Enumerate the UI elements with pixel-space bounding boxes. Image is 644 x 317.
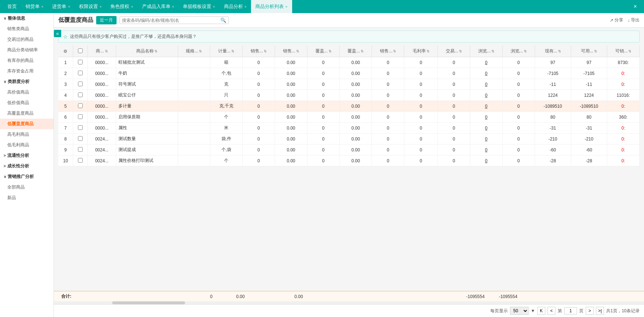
column-header-code[interactable]: 商...⇅	[88, 45, 116, 57]
row-current-stock: 1224	[535, 90, 571, 101]
nav-close-icon[interactable]: ×	[41, 4, 43, 9]
prev-page-button[interactable]: <	[547, 307, 555, 315]
scrollbar-thumb[interactable]	[112, 301, 185, 304]
nav-item-单据模板设置[interactable]: 单据模板设置×	[178, 0, 219, 13]
column-header-current_stock[interactable]: 现有...⇅	[535, 45, 571, 57]
page-size-select[interactable]: 50 20 100	[510, 307, 529, 315]
sidebar-group-整体信息[interactable]: ∨整体信息	[0, 13, 54, 24]
nav-item-首页[interactable]: 首页	[3, 0, 21, 13]
row-checkbox-input[interactable]	[78, 114, 83, 119]
sidebar-group-营销推广分析[interactable]: ∨营销推广分析	[0, 171, 54, 182]
column-header-sellable[interactable]: 可销...⇅	[607, 45, 640, 57]
sidebar-item-高覆盖度商品[interactable]: 高覆盖度商品	[0, 108, 54, 119]
sidebar-group-label: 类群度分析	[8, 79, 30, 85]
row-checkbox-input[interactable]	[78, 147, 83, 152]
sidebar-item-库存资金占用[interactable]: 库存资金占用	[0, 66, 54, 76]
row-coverage2: 0.00	[339, 112, 372, 123]
totals-row: 合计: 0 0.00 0.00 -1095554 -1095554	[54, 291, 644, 301]
sidebar-collapse-button[interactable]: «	[54, 30, 61, 37]
column-header-unit[interactable]: 计量...⇅	[210, 45, 243, 57]
col-label-gross_margin: 毛利率	[413, 48, 426, 54]
column-header-sales_qty[interactable]: 销售...⇅	[243, 45, 275, 57]
sidebar-item-低覆盖度商品[interactable]: 低覆盖度商品	[0, 119, 54, 129]
sidebar-item-高价值商品[interactable]: 高价值商品	[0, 87, 54, 98]
row-checkbox-input[interactable]	[78, 125, 83, 130]
nav-item-角色授权[interactable]: 角色授权×	[106, 0, 137, 13]
row-browse1: 0	[470, 134, 502, 144]
column-header-browse1[interactable]: 浏览...⇅	[470, 45, 502, 57]
time-filter-button[interactable]: 近一月	[96, 16, 117, 24]
row-coverage2: 0.00	[339, 155, 372, 166]
next-page-button[interactable]: >	[586, 307, 594, 315]
scrollbar-track	[54, 301, 644, 304]
sidebar-item-全部商品[interactable]: 全部商品	[0, 182, 54, 193]
column-header-settings: ⚙	[58, 45, 73, 57]
page-size-unit: ▼	[531, 308, 535, 313]
column-header-coverage1[interactable]: 覆盖...⇅	[307, 45, 339, 57]
sidebar-item-新品[interactable]: 新品	[0, 193, 54, 203]
sidebar-item-低毛利商品[interactable]: 低毛利商品	[0, 140, 54, 150]
column-header-name[interactable]: 商品名称⇅	[116, 45, 178, 57]
sidebar-item-高毛利商品[interactable]: 高毛利商品	[0, 129, 54, 140]
sidebar-group-类群度分析[interactable]: ∨类群度分析	[0, 76, 54, 87]
nav-item-权限设置[interactable]: 权限设置×	[75, 0, 106, 13]
nav-item-商品分析列表[interactable]: 商品分析列表×	[251, 0, 292, 13]
sidebar-item-低价值商品[interactable]: 低价值商品	[0, 98, 54, 108]
column-header-coverage2[interactable]: 覆盖...⇅	[339, 45, 372, 57]
search-input[interactable]	[122, 18, 220, 23]
nav-close-icon[interactable]: ×	[285, 4, 287, 9]
settings-icon[interactable]: ⚙	[63, 49, 67, 54]
row-name: 眠宝公仔	[116, 90, 178, 101]
column-header-available_stock[interactable]: 可用...⇅	[571, 45, 607, 57]
row-unit: 个,包	[210, 68, 243, 79]
row-checkbox-input[interactable]	[78, 136, 83, 141]
data-table-container[interactable]: ⚙商...⇅商品名称⇅规格...⇅计量...⇅销售...⇅销售...⇅覆盖...…	[58, 45, 640, 291]
row-sellable: 0:	[607, 155, 640, 166]
first-page-button[interactable]: K	[537, 307, 545, 315]
page-number-input[interactable]	[564, 307, 577, 314]
sidebar-item-商品分类动销率[interactable]: 商品分类动销率	[0, 45, 54, 55]
row-browse1: 0	[470, 79, 502, 90]
nav-close-icon[interactable]: ×	[68, 4, 70, 9]
row-spec	[178, 79, 210, 90]
column-header-sales_amt[interactable]: 销售...⇅	[275, 45, 307, 57]
select-all-checkbox[interactable]	[78, 48, 83, 53]
sidebar-group-流通性分析[interactable]: >流通性分析	[0, 150, 54, 161]
nav-item-商品分析[interactable]: 商品分析×	[220, 0, 251, 13]
sidebar-group-成长性分析[interactable]: >成长性分析	[0, 161, 54, 171]
row-checkbox-input[interactable]	[78, 71, 83, 75]
nav-item-进货单[interactable]: 进货单×	[48, 0, 74, 13]
nav-close-icon[interactable]: ×	[213, 4, 215, 9]
table-row: 50000...多计量克,千克00.0000.0000000-1089510-1…	[58, 101, 640, 112]
row-gross-margin: 0	[404, 101, 438, 112]
column-header-browse2[interactable]: 浏览...⇅	[502, 45, 535, 57]
nav-close-icon[interactable]: ×	[172, 4, 174, 9]
row-checkbox-input[interactable]	[78, 158, 83, 163]
nav-close-icon[interactable]: ×	[99, 4, 102, 9]
last-page-button[interactable]: >|	[596, 307, 604, 315]
sidebar-item-交易过的商品[interactable]: 交易过的商品	[0, 34, 54, 45]
row-name: 多计量	[116, 101, 178, 112]
column-header-spec[interactable]: 规格...⇅	[178, 45, 210, 57]
col-label-current_stock: 现有...	[545, 48, 557, 54]
row-checkbox-input[interactable]	[78, 92, 83, 97]
row-coverage2: 0.00	[339, 68, 372, 79]
sidebar-item-有库存的商品[interactable]: 有库存的商品	[0, 55, 54, 66]
column-header-gross_margin[interactable]: 毛利率⇅	[404, 45, 438, 57]
row-unit: 只	[210, 90, 243, 101]
row-checkbox-input[interactable]	[78, 103, 83, 108]
share-button[interactable]: ↗ 分享	[610, 17, 623, 23]
column-header-transaction[interactable]: 交易...⇅	[438, 45, 470, 57]
col-label-unit: 计量...	[218, 48, 231, 54]
row-checkbox-input[interactable]	[78, 82, 83, 86]
nav-item-销货单[interactable]: 销货单×	[21, 0, 48, 13]
nav-close-icon[interactable]: ×	[244, 4, 247, 9]
row-checkbox-input[interactable]	[78, 60, 83, 64]
window-close-button[interactable]: ×	[629, 0, 641, 13]
nav-item-产成品入库单[interactable]: 产成品入库单×	[138, 0, 178, 13]
table-row: 20000...牛奶个,包00.0000.0000000-7105-71050:	[58, 68, 640, 79]
column-header-sales_coverage[interactable]: 销售...⇅	[372, 45, 404, 57]
nav-close-icon[interactable]: ×	[131, 4, 133, 9]
sidebar-item-销售类商品[interactable]: 销售类商品	[0, 24, 54, 34]
export-button[interactable]: ↓ 导出	[628, 17, 640, 23]
